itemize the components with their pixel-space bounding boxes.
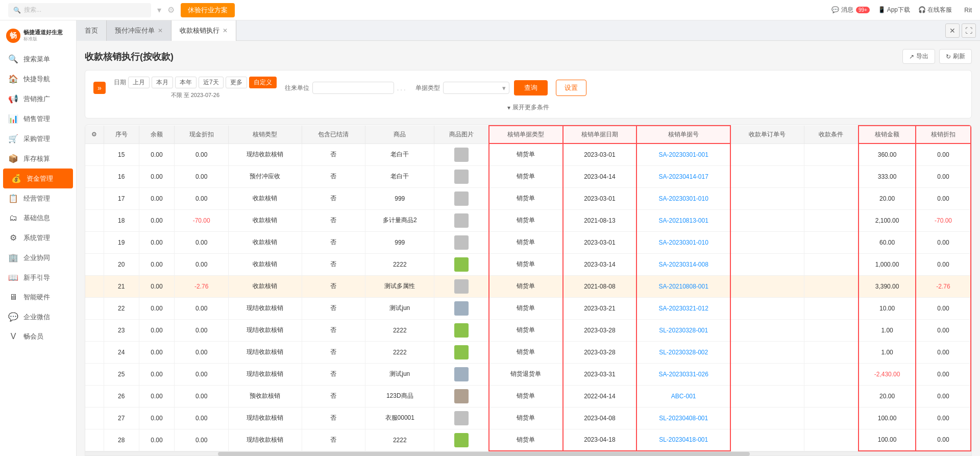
tab-close-btn[interactable]: ✕: [945, 23, 960, 38]
date-btn-custom[interactable]: 自定义: [249, 77, 277, 88]
user-avatar[interactable]: Rit: [964, 7, 972, 14]
td-bill-type: 销货单: [489, 165, 563, 187]
tab-prepay-close-icon[interactable]: ✕: [158, 27, 163, 34]
td-cash-discount: 0.00: [175, 429, 229, 451]
sidebar-item-guide[interactable]: 📖 新手引导: [0, 268, 76, 287]
sidebar-item-operation[interactable]: 📋 经营管理: [0, 188, 76, 208]
app-download[interactable]: 📱 App下载: [878, 6, 910, 14]
td-goods-img: [434, 209, 489, 231]
tab-maximize-btn[interactable]: ⛶: [962, 23, 976, 38]
sidebar-item-system[interactable]: ⚙ 系统管理: [0, 228, 76, 248]
tab-home[interactable]: 首页: [77, 20, 107, 41]
settings-icon[interactable]: ⚙: [167, 5, 175, 15]
sidebar-item-corp[interactable]: 🏢 企业协同: [0, 248, 76, 268]
bill-type-select[interactable]: [443, 82, 509, 94]
date-btn-more[interactable]: 更多: [226, 77, 247, 88]
sidebar-item-basic[interactable]: 🗂 基础信息: [0, 208, 76, 228]
td-balance: 0.00: [139, 231, 174, 253]
table-row: 20 0.00 0.00 收款核销 否 2222 销货单 2023-03-14 …: [85, 253, 971, 275]
td-cancel-type: 收款核销: [229, 187, 302, 209]
th-cancel-amount: 核销金额: [859, 126, 916, 143]
filter-row: » 日期 上月 本月 本年 近7天 更多 自定义 不限 至 2023-07-26: [93, 77, 963, 99]
scrollbar-hint[interactable]: [85, 451, 971, 455]
sidebar-item-purchase[interactable]: 🛒 采购管理: [0, 129, 76, 149]
td-bill-no[interactable]: SA-20230414-017: [636, 165, 730, 187]
date-btn-this-year[interactable]: 本年: [175, 77, 197, 88]
td-bill-no[interactable]: SA-20230301-010: [636, 187, 730, 209]
tab-receipt-close-icon[interactable]: ✕: [223, 27, 228, 34]
export-icon: ↗: [909, 53, 914, 60]
td-bill-no[interactable]: ABC-001: [636, 385, 730, 407]
online-service[interactable]: 🎧 在线客服: [918, 6, 952, 14]
table-row: 19 0.00 0.00 收款核销 否 999 销货单 2023-03-01 S…: [85, 231, 971, 253]
tab-prepay[interactable]: 预付冲应付单 ✕: [107, 20, 172, 41]
td-balance: 0.00: [139, 319, 174, 341]
search-box[interactable]: 🔍 搜索...: [8, 3, 151, 17]
expand-conditions[interactable]: ▾ 展开更多条件: [93, 103, 963, 112]
td-receipt-order-no: [730, 363, 804, 385]
query-button[interactable]: 查询: [514, 80, 548, 95]
sidebar-item-search[interactable]: 🔍 搜索菜单: [0, 49, 76, 69]
td-balance: 0.00: [139, 429, 174, 451]
refresh-button[interactable]: ↻ 刷新: [939, 49, 972, 64]
export-button[interactable]: ↗ 导出: [902, 49, 935, 64]
date-btn-last-month[interactable]: 上月: [128, 77, 150, 88]
td-goods: 999: [365, 187, 434, 209]
td-cancel-amount: 2,100.00: [859, 209, 916, 231]
td-seq: 28: [104, 429, 139, 451]
sidebar-item-sales[interactable]: 📊 销售管理: [0, 109, 76, 129]
date-btn-this-month[interactable]: 本月: [152, 77, 173, 88]
filter-dots: ...: [397, 84, 407, 92]
message-area[interactable]: 💬 消息 99+: [831, 6, 870, 14]
tab-receipt[interactable]: 收款核销执行 ✕: [172, 20, 236, 41]
td-bill-no[interactable]: SA-20230321-012: [636, 297, 730, 319]
td-bill-date: 2022-04-14: [563, 385, 637, 407]
td-bill-no[interactable]: SA-20230314-008: [636, 253, 730, 275]
td-seq: 24: [104, 341, 139, 363]
td-seq: 16: [104, 165, 139, 187]
sidebar-item-member[interactable]: V 畅会员: [0, 327, 76, 346]
sidebar: 畅 畅捷通道好生意 标准版 🔍 搜索菜单 🏠 快捷导航 📢 营销推广 📊 销售管…: [0, 20, 77, 456]
setting-button[interactable]: 设置: [556, 80, 586, 96]
td-bill-no[interactable]: SA-20210808-001: [636, 275, 730, 297]
td-cancel-type: 现结收款核销: [229, 429, 302, 451]
date-range-text: 不限 至 2023-07-26: [171, 91, 219, 99]
scrollbar-thumb: [218, 452, 750, 456]
th-gear[interactable]: ⚙: [85, 126, 104, 143]
filter-expand-btn[interactable]: »: [93, 82, 106, 94]
table-row: 27 0.00 0.00 现结收款核销 否 衣服00001 销货单 2023-0…: [85, 407, 971, 429]
sidebar-item-marketing[interactable]: 📢 营销推广: [0, 89, 76, 109]
td-include-closed: 否: [302, 231, 365, 253]
sidebar-item-quick[interactable]: 🏠 快捷导航: [0, 69, 76, 89]
td-bill-date: 2023-03-01: [563, 187, 637, 209]
td-bill-no[interactable]: SL-20230328-001: [636, 319, 730, 341]
td-receipt-cond: [804, 407, 859, 429]
td-bill-no[interactable]: SA-20230331-026: [636, 363, 730, 385]
sidebar-item-wechat[interactable]: 💬 企业微信: [0, 307, 76, 327]
td-gear: [85, 231, 104, 253]
td-seq: 23: [104, 319, 139, 341]
td-bill-no[interactable]: SL-20230328-002: [636, 341, 730, 363]
sidebar-label-purchase: 采购管理: [23, 134, 50, 143]
sidebar-item-inventory[interactable]: 📦 库存核算: [0, 149, 76, 169]
td-bill-no[interactable]: SL-20230418-001: [636, 429, 730, 451]
sidebar-label-inventory: 库存核算: [23, 154, 50, 163]
td-goods-img: [434, 231, 489, 253]
td-cancel-type: 预收款核销: [229, 385, 302, 407]
td-seq: 25: [104, 363, 139, 385]
sidebar-item-capital[interactable]: 💰 资金管理: [3, 169, 73, 188]
sidebar-label-hardware: 智能硬件: [23, 293, 50, 302]
td-bill-no[interactable]: SA-20230301-001: [636, 143, 730, 165]
date-btn-7days[interactable]: 近7天: [199, 77, 224, 88]
from-unit-input[interactable]: [312, 82, 394, 94]
industry-btn[interactable]: 休验行业方案: [181, 3, 235, 17]
td-bill-date: 2023-04-14: [563, 165, 637, 187]
td-cancel-discount: 0.00: [916, 341, 971, 363]
td-bill-no[interactable]: SA-20230301-010: [636, 231, 730, 253]
td-bill-no[interactable]: SL-20230408-001: [636, 407, 730, 429]
td-bill-no[interactable]: SA-20210813-001: [636, 209, 730, 231]
dropdown-arrow-icon[interactable]: ▾: [157, 5, 161, 15]
sidebar-item-hardware[interactable]: 🖥 智能硬件: [0, 287, 76, 307]
td-cancel-type: 现结收款核销: [229, 407, 302, 429]
td-cancel-discount: 0.00: [916, 429, 971, 451]
